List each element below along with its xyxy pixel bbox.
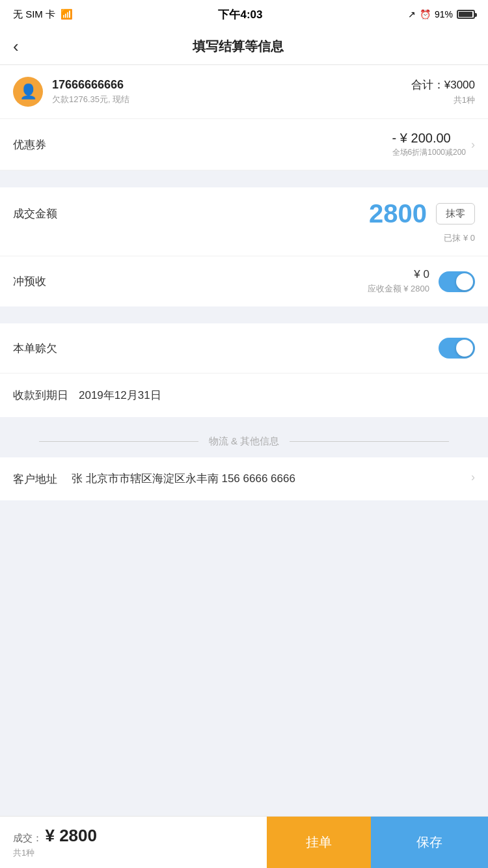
logistics-divider: 物流 & 其他信息	[0, 425, 488, 457]
bottom-deal-label: 成交：	[13, 832, 42, 843]
duedate-label: 收款到期日	[13, 388, 68, 403]
debt-section: 本单赊欠 收款到期日 2019年12月31日	[0, 323, 488, 417]
status-time: 下午4:03	[218, 7, 262, 22]
debt-row: 本单赊欠	[0, 323, 488, 373]
duedate-value: 2019年12月31日	[79, 388, 161, 403]
bottom-bar: 成交： ¥ 2800 共1种 挂单 保存	[0, 816, 488, 868]
coupon-row[interactable]: 优惠券 - ¥ 200.00 全场6折满1000减200 ›	[0, 119, 488, 170]
address-label: 客户地址	[13, 472, 65, 487]
amount-value: 2800	[369, 199, 427, 228]
bottom-count: 共1种	[13, 847, 254, 859]
chevron-right-icon: ›	[471, 138, 475, 152]
amount-row-container: 成交金额 2800 抹零 已抹 ¥ 0	[0, 187, 488, 256]
debt-label: 本单赊欠	[13, 341, 57, 356]
customer-info-right: 合计：¥3000 共1种	[411, 77, 475, 106]
battery-icon	[457, 10, 475, 19]
debt-toggle[interactable]	[439, 338, 475, 359]
customer-section: 👤 17666666666 欠款1276.35元, 现结 合计：¥3000 共1…	[0, 65, 488, 170]
customer-subtitle: 欠款1276.35元, 现结	[52, 94, 129, 105]
customer-row: 👤 17666666666 欠款1276.35元, 现结 合计：¥3000 共1…	[0, 65, 488, 119]
address-section: 客户地址 张 北京市市辖区海淀区永丰南 156 6666 6666 ›	[0, 457, 488, 500]
coupon-discount: - ¥ 200.00	[392, 131, 466, 146]
total-amount: 合计：¥3000	[411, 77, 475, 92]
amount-value-group: 2800 抹零	[369, 199, 475, 228]
prepay-values: ¥ 0 应收金额 ¥ 2800	[368, 268, 429, 295]
logistics-text: 物流 & 其他信息	[198, 435, 290, 448]
total-count: 共1种	[411, 94, 475, 106]
location-icon: ↗	[408, 9, 416, 20]
bottom-actions: 挂单 保存	[267, 817, 488, 868]
prepay-label: 冲预收	[13, 274, 46, 289]
battery-percent: 91%	[435, 9, 453, 20]
bottom-spacer	[0, 508, 488, 638]
toggle-knob	[456, 273, 473, 290]
carrier-text: 无 SIM 卡	[13, 8, 55, 21]
amount-label: 成交金额	[13, 206, 57, 221]
page-title: 填写结算等信息	[32, 38, 445, 55]
hang-button[interactable]: 挂单	[267, 817, 371, 868]
customer-phone: 17666666666	[52, 78, 129, 92]
amount-section: 成交金额 2800 抹零 已抹 ¥ 0 冲预收 ¥ 0 应收金额 ¥ 2800	[0, 187, 488, 306]
address-chevron-icon: ›	[471, 470, 475, 484]
address-value: 张 北京市市辖区海淀区永丰南 156 6666 6666	[72, 470, 465, 487]
address-row[interactable]: 客户地址 张 北京市市辖区海淀区永丰南 156 6666 6666 ›	[0, 457, 488, 500]
wifi-icon: 📶	[61, 8, 73, 20]
coupon-info: - ¥ 200.00 全场6折满1000减200	[392, 131, 466, 158]
amount-row: 成交金额 2800 抹零	[13, 199, 475, 228]
debt-toggle-knob	[456, 340, 473, 357]
coupon-label: 优惠券	[13, 137, 46, 152]
bottom-amount: ¥ 2800	[45, 826, 97, 845]
prepay-right: ¥ 0 应收金额 ¥ 2800	[368, 268, 475, 295]
avatar: 👤	[13, 77, 43, 107]
save-button[interactable]: 保存	[371, 817, 488, 868]
customer-details: 17666666666 欠款1276.35元, 现结	[52, 78, 129, 105]
round-button[interactable]: 抹零	[436, 203, 475, 224]
coupon-right: - ¥ 200.00 全场6折满1000减200 ›	[392, 131, 475, 158]
prepay-amount: ¥ 0	[368, 268, 429, 281]
nav-bar: ‹ 填写结算等信息	[0, 29, 488, 65]
back-button[interactable]: ‹	[13, 36, 19, 57]
amount-sub: 已抹 ¥ 0	[13, 232, 475, 244]
coupon-description: 全场6折满1000减200	[392, 147, 466, 158]
duedate-row: 收款到期日 2019年12月31日	[0, 373, 488, 417]
status-right: ↗ ⏰ 91%	[408, 9, 475, 20]
prepay-toggle[interactable]	[439, 271, 475, 292]
prepay-row: 冲预收 ¥ 0 应收金额 ¥ 2800	[0, 256, 488, 306]
status-bar: 无 SIM 卡 📶 下午4:03 ↗ ⏰ 91%	[0, 0, 488, 29]
bottom-deal-row: 成交： ¥ 2800	[13, 826, 254, 846]
alarm-icon: ⏰	[420, 9, 431, 20]
gray-divider-1	[0, 178, 488, 187]
status-left: 无 SIM 卡 📶	[13, 8, 73, 21]
bottom-summary: 成交： ¥ 2800 共1种	[0, 817, 267, 868]
gray-divider-2	[0, 314, 488, 323]
prepay-receivable: 应收金额 ¥ 2800	[368, 283, 429, 295]
customer-info-left: 👤 17666666666 欠款1276.35元, 现结	[13, 77, 129, 107]
